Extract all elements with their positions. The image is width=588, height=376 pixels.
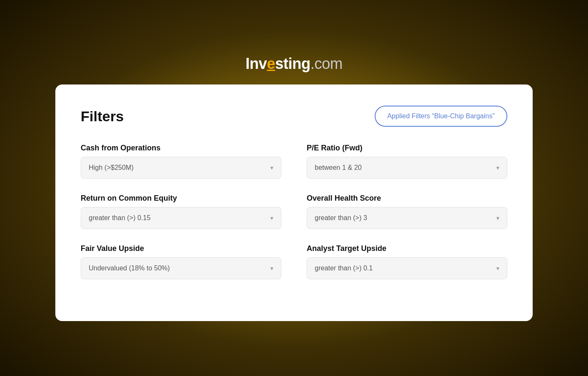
- applied-filters-button[interactable]: Applied Filters “Blue-Chip Bargains”: [375, 106, 507, 127]
- filter-group-fair-value-upside: Fair Value UpsideUndervalued (18% to 50%…: [81, 244, 281, 279]
- filter-group-analyst-target-upside: Analyst Target Upsidegreater than (>) 0.…: [307, 244, 507, 279]
- filter-select-return-on-equity[interactable]: greater than (>) 0.15▾: [81, 207, 281, 229]
- filter-value-pe-ratio: between 1 & 20: [315, 164, 496, 172]
- filter-value-overall-health-score: greater than (>) 3: [315, 214, 496, 222]
- filter-value-fair-value-upside: Undervalued (18% to 50%): [89, 264, 270, 272]
- filter-select-pe-ratio[interactable]: between 1 & 20▾: [307, 157, 507, 179]
- filter-label-return-on-equity: Return on Common Equity: [81, 194, 281, 203]
- filter-value-analyst-target-upside: greater than (>) 0.1: [315, 264, 496, 272]
- filter-select-overall-health-score[interactable]: greater than (>) 3▾: [307, 207, 507, 229]
- filter-select-cash-from-operations[interactable]: High (>$250M)▾: [81, 157, 281, 179]
- filter-label-pe-ratio: P/E Ratio (Fwd): [307, 144, 507, 153]
- filter-label-fair-value-upside: Fair Value Upside: [81, 244, 281, 253]
- chevron-down-icon: ▾: [496, 215, 499, 221]
- logo-highlight: e: [267, 55, 275, 72]
- filter-group-overall-health-score: Overall Health Scoregreater than (>) 3▾: [307, 194, 507, 229]
- filter-select-fair-value-upside[interactable]: Undervalued (18% to 50%)▾: [81, 257, 281, 279]
- filter-group-pe-ratio: P/E Ratio (Fwd)between 1 & 20▾: [307, 144, 507, 179]
- filter-group-cash-from-operations: Cash from OperationsHigh (>$250M)▾: [81, 144, 281, 179]
- page-title: Filters: [81, 108, 124, 125]
- chevron-down-icon: ▾: [270, 215, 273, 221]
- filter-value-return-on-equity: greater than (>) 0.15: [89, 214, 270, 222]
- filter-value-cash-from-operations: High (>$250M): [89, 164, 270, 172]
- chevron-down-icon: ▾: [270, 164, 273, 171]
- logo-suffix: .com: [310, 55, 343, 72]
- filters-grid: Cash from OperationsHigh (>$250M)▾P/E Ra…: [81, 144, 507, 279]
- chevron-down-icon: ▾: [496, 164, 499, 171]
- page-wrapper: Investing.com Filters Applied Filters “B…: [0, 55, 588, 321]
- filter-group-return-on-equity: Return on Common Equitygreater than (>) …: [81, 194, 281, 229]
- filter-label-overall-health-score: Overall Health Score: [307, 194, 507, 203]
- logo-brand: Investing: [245, 55, 310, 72]
- filter-label-analyst-target-upside: Analyst Target Upside: [307, 244, 507, 253]
- chevron-down-icon: ▾: [496, 265, 499, 272]
- filters-card: Filters Applied Filters “Blue-Chip Barga…: [55, 84, 533, 321]
- logo-area: Investing.com: [245, 55, 343, 73]
- card-header: Filters Applied Filters “Blue-Chip Barga…: [81, 106, 507, 127]
- chevron-down-icon: ▾: [270, 265, 273, 272]
- filter-label-cash-from-operations: Cash from Operations: [81, 144, 281, 153]
- logo: Investing.com: [245, 55, 343, 72]
- filter-select-analyst-target-upside[interactable]: greater than (>) 0.1▾: [307, 257, 507, 279]
